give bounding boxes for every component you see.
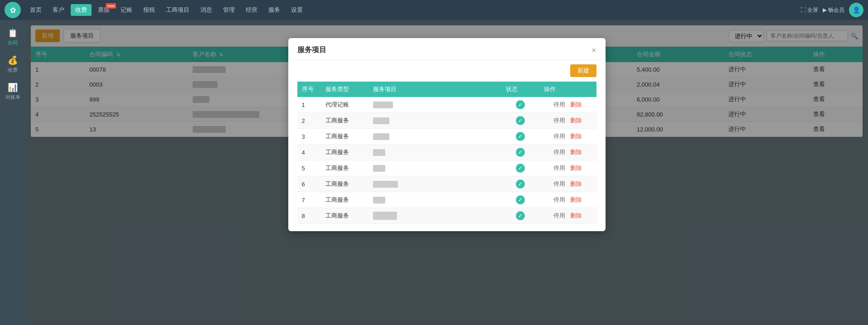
modal-col-status: 状态 (501, 82, 539, 97)
list-item: 6 工商服务 ██████ ✓ 停用 删除 (297, 176, 596, 192)
status-check-icon: ✓ (516, 179, 525, 189)
nav-settings[interactable]: 设置 (286, 4, 307, 16)
nav-operations[interactable]: 经营 (241, 4, 262, 16)
delete-button[interactable]: 删除 (570, 212, 582, 219)
delete-button[interactable]: 删除 (570, 180, 582, 187)
modal-cell-action: 停用 删除 (539, 113, 596, 129)
modal-cell-status: ✓ (501, 208, 539, 224)
delete-button[interactable]: 删除 (570, 133, 582, 140)
stop-button[interactable]: 停用 (553, 101, 565, 108)
stop-button[interactable]: 停用 (553, 212, 565, 219)
modal-cell-type: 工商服务 (321, 113, 369, 129)
modal-cell-action: 停用 删除 (539, 129, 596, 145)
nav-manage[interactable]: 管理 (218, 4, 239, 16)
modal-cell-num: 5 (297, 160, 321, 176)
modal-cell-action: 停用 删除 (539, 97, 596, 113)
modal-cell-num: 6 (297, 176, 321, 192)
modal-cell-item: ███ (369, 192, 501, 208)
modal-cell-status: ✓ (501, 97, 539, 113)
stop-button[interactable]: 停用 (553, 180, 565, 187)
modal-col-num: 序号 (297, 82, 321, 97)
avatar[interactable]: 👤 (849, 3, 863, 17)
nav-tax[interactable]: 报税 (139, 4, 160, 16)
sidebar-label-fees: 收费 (8, 67, 18, 73)
fees-icon: 💰 (8, 55, 18, 65)
modal-cell-item: ████ (369, 113, 501, 129)
nav-bills[interactable]: 票据 new (93, 4, 114, 16)
modal-cell-num: 2 (297, 113, 321, 129)
modal-cell-status: ✓ (501, 160, 539, 176)
nav-fees[interactable]: 收费 (71, 4, 92, 16)
member-button[interactable]: ▶ 畅会员 (823, 6, 844, 14)
sidebar-item-reconciliation[interactable]: 📊 对账单 (1, 79, 24, 104)
contract-icon: 📋 (8, 28, 18, 38)
nav-customer[interactable]: 客户 (48, 4, 69, 16)
nav-messages[interactable]: 消息 (196, 4, 217, 16)
nav-menu: 首页 客户 收费 票据 new 记账 报税 工商项目 消息 管理 经营 服务 设… (25, 4, 800, 16)
modal-title: 服务项目 (297, 45, 326, 55)
fullscreen-button[interactable]: ⛶ 全屏 (800, 6, 818, 14)
stop-button[interactable]: 停用 (553, 165, 565, 171)
left-sidebar: 📋 合同 💰 收费 📊 对账单 (0, 20, 25, 325)
modal-cell-type: 代理记账 (321, 97, 369, 113)
modal-cell-item: ███ (369, 160, 501, 176)
nav-commerce[interactable]: 工商项目 (161, 4, 194, 16)
header-right-actions: ⛶ 全屏 ▶ 畅会员 👤 (800, 3, 863, 17)
service-items-modal: 服务项目 × 新建 序号 服务类型 服务项目 状态 (288, 38, 606, 231)
new-service-item-button[interactable]: 新建 (570, 64, 596, 77)
modal-cell-action: 停用 删除 (539, 176, 596, 192)
modal-cell-action: 停用 删除 (539, 160, 596, 176)
stop-button[interactable]: 停用 (553, 133, 565, 140)
video-icon: ▶ (823, 7, 827, 13)
modal-cell-num: 8 (297, 208, 321, 224)
modal-col-item: 服务项目 (369, 82, 501, 97)
stop-button[interactable]: 停用 (553, 149, 565, 155)
modal-cell-item: ████ (369, 129, 501, 145)
modal-cell-item: ███注册 (369, 208, 501, 224)
delete-button[interactable]: 删除 (570, 196, 582, 203)
modal-header: 服务项目 × (288, 38, 606, 60)
nav-service[interactable]: 服务 (264, 4, 285, 16)
modal-cell-status: ✓ (501, 192, 539, 208)
delete-button[interactable]: 删除 (570, 101, 582, 108)
status-check-icon: ✓ (516, 116, 525, 125)
modal-cell-num: 1 (297, 97, 321, 113)
delete-button[interactable]: 删除 (570, 149, 582, 155)
status-check-icon: ✓ (516, 132, 525, 141)
modal-cell-num: 4 (297, 145, 321, 160)
list-item: 2 工商服务 ████ ✓ 停用 删除 (297, 113, 596, 129)
top-navigation: ✿ 首页 客户 收费 票据 new 记账 报税 工商项目 消息 管理 经营 服务… (0, 0, 868, 20)
sidebar-label-reconciliation: 对账单 (5, 94, 20, 101)
status-check-icon: ✓ (516, 195, 525, 204)
nav-bookkeeping[interactable]: 记账 (116, 4, 137, 16)
modal-cell-type: 工商服务 (321, 208, 369, 224)
status-check-icon: ✓ (516, 164, 525, 173)
modal-cell-type: 工商服务 (321, 192, 369, 208)
modal-cell-item: ██████ (369, 176, 501, 192)
modal-cell-status: ✓ (501, 113, 539, 129)
main-layout: 📋 合同 💰 收费 📊 对账单 新增 服务项目 进行中 已结束 全部 (0, 20, 868, 325)
stop-button[interactable]: 停用 (553, 196, 565, 203)
modal-cell-num: 3 (297, 129, 321, 145)
delete-button[interactable]: 删除 (570, 165, 582, 171)
modal-cell-type: 工商服务 (321, 176, 369, 192)
modal-cell-action: 停用 删除 (539, 192, 596, 208)
delete-button[interactable]: 删除 (570, 117, 582, 124)
sidebar-item-contract[interactable]: 📋 合同 (1, 24, 24, 50)
modal-body: 序号 服务类型 服务项目 状态 操作 1 代理记账 ████1 ✓ 停用 (288, 82, 606, 231)
modal-cell-action: 停用 删除 (539, 208, 596, 224)
status-check-icon: ✓ (516, 148, 525, 157)
status-check-icon: ✓ (516, 100, 525, 109)
status-check-icon: ✓ (516, 211, 525, 220)
modal-cell-num: 7 (297, 192, 321, 208)
list-item: 7 工商服务 ███ ✓ 停用 删除 (297, 192, 596, 208)
stop-button[interactable]: 停用 (553, 117, 565, 124)
list-item: 5 工商服务 ███ ✓ 停用 删除 (297, 160, 596, 176)
list-item: 3 工商服务 ████ ✓ 停用 删除 (297, 129, 596, 145)
nav-home[interactable]: 首页 (25, 4, 46, 16)
sidebar-item-fees[interactable]: 💰 收费 (1, 52, 24, 77)
modal-cell-status: ✓ (501, 129, 539, 145)
modal-close-button[interactable]: × (592, 46, 596, 54)
list-item: 4 工商服务 ███ ✓ 停用 删除 (297, 145, 596, 160)
fullscreen-icon: ⛶ (800, 7, 806, 13)
